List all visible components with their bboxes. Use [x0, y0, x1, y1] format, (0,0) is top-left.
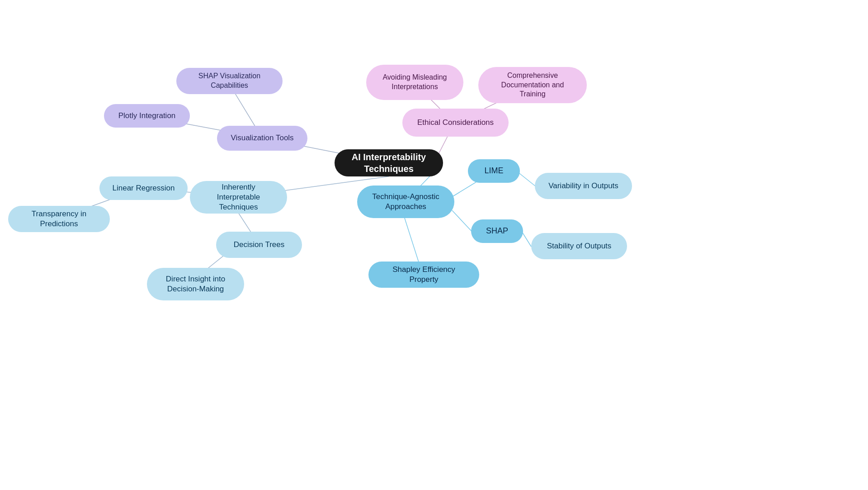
node-label: Direct Insight into Decision-Making — [157, 274, 234, 294]
node-shap-viz: SHAP Visualization Capabilities — [176, 68, 283, 94]
node-comprehensive: Comprehensive Documentation and Training — [478, 67, 587, 103]
node-label: Linear Regression — [113, 183, 175, 193]
node-label: Technique-Agnostic Approaches — [367, 192, 444, 212]
node-transparency: Transparency in Predictions — [8, 206, 110, 232]
node-label: Plotly Integration — [118, 111, 176, 121]
node-label: Transparency in Predictions — [18, 209, 100, 229]
node-label: SHAP — [486, 226, 508, 236]
svg-line-15 — [522, 232, 531, 247]
node-label: Decision Trees — [234, 240, 284, 250]
center-node: AI Interpretability Techniques — [335, 149, 443, 176]
node-shapley: Shapley Efficiency Property — [368, 262, 479, 288]
node-decision-trees: Decision Trees — [216, 232, 302, 258]
node-lime: LIME — [468, 159, 520, 183]
node-label: Visualization Tools — [231, 133, 293, 143]
node-shap: SHAP — [471, 219, 523, 243]
node-label: Shapley Efficiency Property — [378, 265, 469, 285]
node-visualization-tools: Visualization Tools — [217, 126, 307, 151]
node-label: Inherently Interpretable Techniques — [200, 182, 277, 212]
node-avoid-misleading: Avoiding Misleading Interpretations — [366, 65, 463, 100]
node-ethical: Ethical Considerations — [402, 109, 509, 137]
node-label: SHAP Visualization Capabilities — [186, 71, 273, 90]
node-label: Variability in Outputs — [548, 181, 618, 191]
node-label: Comprehensive Documentation and Training — [488, 71, 577, 99]
node-stability: Stability of Outputs — [531, 233, 627, 259]
node-plotly: Plotly Integration — [104, 104, 190, 128]
node-label: Stability of Outputs — [547, 241, 612, 251]
node-inherent: Inherently Interpretable Techniques — [190, 181, 287, 214]
svg-line-14 — [452, 210, 472, 232]
node-technique-agnostic: Technique-Agnostic Approaches — [357, 186, 454, 218]
node-label: Avoiding Misleading Interpretations — [376, 73, 453, 92]
node-label: Ethical Considerations — [417, 118, 494, 128]
svg-line-13 — [518, 172, 536, 186]
node-label: LIME — [484, 166, 503, 176]
node-linear-regression: Linear Regression — [99, 176, 188, 200]
node-variability: Variability in Outputs — [535, 173, 632, 199]
node-direct-insight: Direct Insight into Decision-Making — [147, 268, 244, 300]
